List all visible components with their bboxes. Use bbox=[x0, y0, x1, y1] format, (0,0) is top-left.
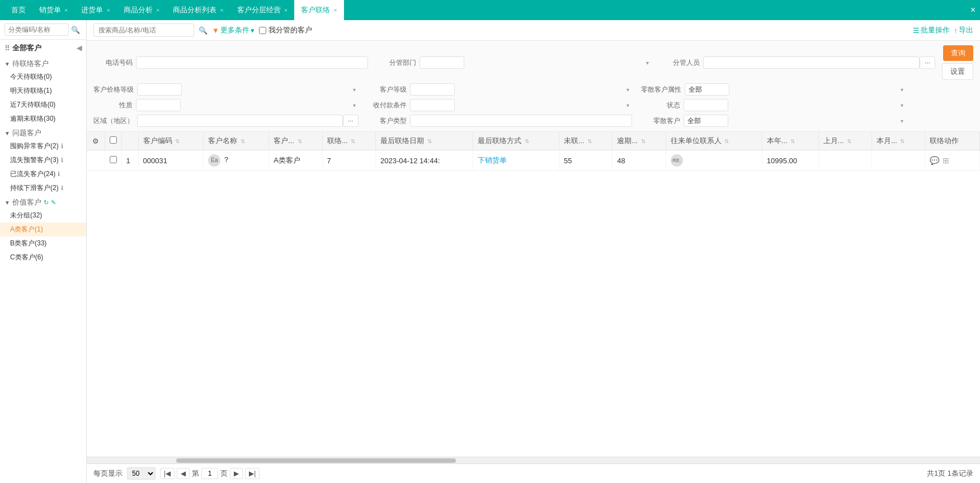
manager-dots-btn[interactable]: ··· bbox=[920, 56, 935, 69]
sidebar-item-c-class[interactable]: C类客户(6) bbox=[0, 250, 86, 264]
close-icon[interactable]: × bbox=[106, 7, 110, 13]
nav-tab-customer-contact[interactable]: 客户联络 × bbox=[294, 0, 343, 20]
payment-select[interactable] bbox=[410, 99, 455, 111]
page-input[interactable] bbox=[201, 468, 218, 479]
dept-select[interactable] bbox=[420, 56, 464, 69]
cust-type-input[interactable] bbox=[410, 115, 633, 127]
query-btn[interactable]: 查询 bbox=[943, 45, 973, 61]
chat-icon[interactable]: 💬 bbox=[930, 156, 939, 165]
manager-input[interactable] bbox=[703, 56, 920, 69]
th-name[interactable]: 客户名称 ⇅ bbox=[204, 132, 269, 150]
per-page-select[interactable]: 50 100 200 bbox=[127, 467, 156, 480]
table-header-row: ⚙ 客户编码 ⇅ 客户名称 ⇅ 客户... ⇅ 联络... ⇅ 最后联络日期 ⇅… bbox=[87, 132, 980, 150]
row-checkbox[interactable] bbox=[110, 156, 117, 163]
th-code[interactable]: 客户编码 ⇅ bbox=[138, 132, 204, 150]
edit-icon[interactable]: ✎ bbox=[51, 199, 56, 206]
sidebar-item-declining[interactable]: 持续下滑客户(2) ℹ bbox=[0, 181, 86, 195]
nav-tab-analysis-list[interactable]: 商品分析列表 × bbox=[166, 0, 230, 20]
first-page-btn[interactable]: |◀ bbox=[160, 468, 175, 479]
th-this-year[interactable]: 本年... ⇅ bbox=[762, 132, 818, 150]
setting-btn[interactable]: 设置 bbox=[942, 63, 973, 80]
my-customers-checkbox[interactable] bbox=[259, 27, 266, 34]
close-icon[interactable]: × bbox=[220, 7, 223, 13]
td-action: 💬 ⊞ bbox=[925, 150, 980, 171]
region-dots-btn[interactable]: ··· bbox=[343, 115, 359, 127]
main-search-input[interactable] bbox=[93, 23, 194, 37]
last-page-btn[interactable]: ▶| bbox=[245, 468, 260, 479]
export-btn[interactable]: ↑ 导出 bbox=[954, 25, 974, 35]
sort-icon: ⇅ bbox=[641, 138, 646, 144]
nature-select[interactable] bbox=[136, 99, 181, 111]
refresh-icon[interactable]: ↻ bbox=[44, 199, 49, 206]
sidebar-item-b-class[interactable]: B类客户(33) bbox=[0, 236, 86, 250]
sidebar-group-value[interactable]: ▼ 价值客户 ↻ ✎ bbox=[0, 195, 86, 209]
nav-home[interactable]: 首页 bbox=[4, 0, 32, 20]
sparse-cust-select[interactable]: 全部 bbox=[684, 115, 728, 127]
nav-tab-sales[interactable]: 销货单 × bbox=[32, 0, 74, 20]
region-input[interactable] bbox=[137, 115, 343, 127]
sidebar-item-hoard[interactable]: 囤购异常客户(2) ℹ bbox=[0, 139, 86, 153]
th-this-month[interactable]: 本月... ⇅ bbox=[871, 132, 925, 150]
my-customers-filter[interactable]: 我分管的客户 bbox=[259, 25, 312, 35]
sidebar-item-churned[interactable]: 已流失客户(24) ℹ bbox=[0, 167, 86, 181]
nav-tab-analysis[interactable]: 商品分析 × bbox=[117, 0, 166, 20]
customer-table: ⚙ 客户编码 ⇅ 客户名称 ⇅ 客户... ⇅ 联络... ⇅ 最后联络日期 ⇅… bbox=[87, 132, 980, 171]
sort-icon: ⇅ bbox=[724, 138, 729, 144]
close-icon[interactable]: × bbox=[156, 7, 159, 13]
sparse-attr-select[interactable]: 全部 bbox=[685, 83, 729, 96]
last-method-link[interactable]: 下销货单 bbox=[478, 156, 507, 164]
batch-op-btn[interactable]: ☰ 批量操作 bbox=[913, 25, 950, 35]
select-all-checkbox[interactable] bbox=[110, 136, 117, 144]
sidebar-item-churn-warn[interactable]: 流失预警客户(3) ℹ bbox=[0, 153, 86, 167]
next-page-btn[interactable]: ▶ bbox=[230, 468, 243, 479]
cust-level-select[interactable] bbox=[410, 83, 455, 96]
nav-tab-customer-segment[interactable]: 客户分层经营 × bbox=[230, 0, 294, 20]
sidebar-all-customers[interactable]: ⠿ 全部客户 ◀ bbox=[0, 40, 86, 56]
top-navigation: 首页 销货单 × 进货单 × 商品分析 × 商品分析列表 × 客户分层经营 × … bbox=[0, 0, 980, 20]
sidebar-item-a-class[interactable]: A类客户(1) bbox=[0, 222, 86, 236]
th-last-month[interactable]: 上月... ⇅ bbox=[818, 132, 871, 150]
page-navigation: |◀ ◀ 第 页 ▶ ▶| bbox=[160, 468, 260, 479]
collapse-icon[interactable]: ◀ bbox=[77, 44, 82, 52]
th-last-date[interactable]: 最后联络日期 ⇅ bbox=[376, 132, 473, 150]
sidebar-item-tomorrow[interactable]: 明天待联络(1) bbox=[0, 84, 86, 98]
th-unit-contact[interactable]: 往来单位联系人 ⇅ bbox=[666, 132, 762, 150]
sidebar-item-ungrouped[interactable]: 未分组(32) bbox=[0, 209, 86, 222]
sidebar-search-icon[interactable]: 🔍 bbox=[71, 26, 80, 34]
th-gear[interactable]: ⚙ bbox=[87, 132, 105, 150]
td-check[interactable] bbox=[105, 150, 121, 171]
phone-input[interactable] bbox=[136, 56, 368, 69]
th-no-contact[interactable]: 未联... ⇅ bbox=[559, 132, 612, 150]
th-overdue[interactable]: 逾期... ⇅ bbox=[613, 132, 666, 150]
sidebar-group-pending[interactable]: ▼ 待联络客户 bbox=[0, 56, 86, 70]
horizontal-scrollbar[interactable] bbox=[87, 457, 980, 463]
filter-dept: 分管部门 bbox=[377, 56, 652, 69]
nav-tab-purchase[interactable]: 进货单 × bbox=[74, 0, 116, 20]
price-level-select[interactable] bbox=[137, 83, 182, 96]
th-level[interactable]: 客户... ⇅ bbox=[269, 132, 322, 150]
th-check[interactable] bbox=[105, 132, 121, 150]
td-last-method[interactable]: 下销货单 bbox=[473, 150, 559, 171]
info-icon: ℹ bbox=[61, 184, 63, 192]
sidebar-search-input[interactable] bbox=[4, 23, 69, 36]
grid-icon[interactable]: ⊞ bbox=[943, 156, 949, 165]
more-filters-btn[interactable]: ▼ 更多条件 ▾ bbox=[212, 25, 255, 35]
sidebar-item-overdue[interactable]: 逾期未联络(30) bbox=[0, 112, 86, 126]
close-icon[interactable]: × bbox=[284, 7, 288, 13]
sidebar-item-week[interactable]: 近7天待联络(0) bbox=[0, 98, 86, 112]
sidebar-group-problem[interactable]: ▼ 问题客户 bbox=[0, 126, 86, 139]
sidebar-item-today[interactable]: 今天待联络(0) bbox=[0, 70, 86, 84]
th-index bbox=[121, 132, 138, 150]
info-icon: ℹ bbox=[58, 171, 60, 178]
th-last-method[interactable]: 最后联络方式 ⇅ bbox=[473, 132, 559, 150]
close-icon[interactable]: × bbox=[333, 7, 337, 13]
prev-page-btn[interactable]: ◀ bbox=[177, 468, 190, 479]
th-contact[interactable]: 联络... ⇅ bbox=[322, 132, 375, 150]
close-icon[interactable]: × bbox=[64, 7, 68, 13]
sort-icon: ⇅ bbox=[175, 138, 180, 144]
status-select[interactable] bbox=[684, 99, 728, 111]
main-search-icon[interactable]: 🔍 bbox=[199, 26, 208, 35]
close-all-tabs[interactable]: × bbox=[970, 5, 976, 15]
scrollbar-thumb[interactable] bbox=[176, 458, 456, 463]
sort-icon: ⇅ bbox=[241, 138, 245, 144]
